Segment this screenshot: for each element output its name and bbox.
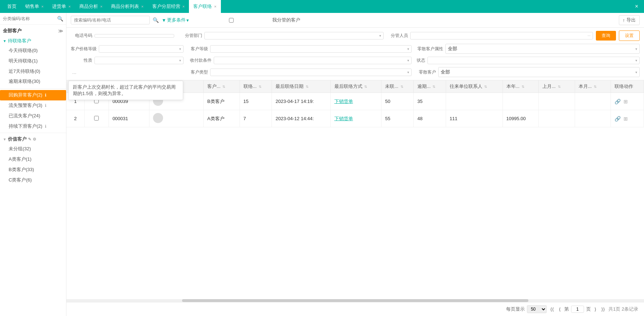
sort-this-month-icon[interactable]: ⇅ xyxy=(594,85,597,89)
horizontal-scrollbar[interactable] xyxy=(66,299,644,302)
row2-name xyxy=(149,110,204,127)
col-contact-header[interactable]: 联络... ⇅ xyxy=(240,80,272,93)
search-input[interactable] xyxy=(71,16,150,24)
sidebar-lost-predict[interactable]: 流失预警客户(3) ℹ xyxy=(0,100,66,111)
col-way-header[interactable]: 最后联络方式 ⇅ xyxy=(330,80,381,93)
nav-sales[interactable]: 销售单 × xyxy=(21,0,48,13)
row1-grid-icon[interactable]: ⊞ xyxy=(624,99,628,104)
col-date-header[interactable]: 最后联络日期 ⇅ xyxy=(272,80,330,93)
nav-customer-contact[interactable]: 客户联络 × xyxy=(189,0,221,13)
filter-search-icon[interactable]: 🔍 xyxy=(153,17,159,23)
value-group-settings-icon[interactable]: ⚙ xyxy=(33,137,36,142)
sidebar-overdue-pending[interactable]: 逾期未联络(30) xyxy=(0,76,66,87)
col-year-header[interactable]: 本年... ⇅ xyxy=(502,80,539,93)
page-next-btn[interactable]: ⟩ xyxy=(593,306,598,312)
sort-type-icon[interactable]: ⇅ xyxy=(222,85,225,89)
sidebar-unclassified[interactable]: 未分组(32) xyxy=(0,144,66,154)
payment-select[interactable]: ▾ xyxy=(214,57,412,64)
value-group-edit-icon[interactable]: ✎ xyxy=(28,137,31,142)
filter-more-btn[interactable]: ▼ 更多条件 ▾ xyxy=(162,17,189,23)
export-icon: ↑ xyxy=(623,18,625,23)
scrollbar-thumb[interactable] xyxy=(182,299,529,302)
col-this-month-header[interactable]: 本月... ⇅ xyxy=(575,80,611,93)
sidebar-collapse-icon[interactable]: ≫ xyxy=(58,28,63,34)
nav-purchase[interactable]: 进货单 × xyxy=(48,0,75,13)
sort-year-icon[interactable]: ⇅ xyxy=(522,85,524,89)
sort-way-icon[interactable]: ⇅ xyxy=(364,85,367,89)
price-level-chevron-icon: ▾ xyxy=(179,47,181,51)
row2-checkbox[interactable] xyxy=(94,116,99,121)
close-purchase-tab[interactable]: × xyxy=(68,4,70,9)
table-area: ⚙ 客户编码 ⇅ 客户名称 ⇅ 客户... ⇅ xyxy=(66,80,644,299)
row1-way[interactable]: 下销货单 xyxy=(330,93,381,110)
sidebar-already-lost[interactable]: 已流失客户(24) xyxy=(0,111,66,121)
close-goods-analysis-tab[interactable]: × xyxy=(100,4,102,9)
row2-overdue: 48 xyxy=(413,110,446,127)
sidebar-b-class[interactable]: B类客户(33) xyxy=(0,165,66,175)
sidebar-today-pending[interactable]: 今天待联络(0) xyxy=(0,46,66,56)
row2-way[interactable]: 下销货单 xyxy=(330,110,381,127)
per-page-select[interactable]: 50 100 200 xyxy=(527,305,547,313)
price-level-select[interactable]: ▾ xyxy=(99,45,184,53)
page-prev-btn[interactable]: ⟨ xyxy=(557,306,562,312)
sidebar-keep-down[interactable]: 持续下滑客户(2) ℹ xyxy=(0,121,66,132)
query-button[interactable]: 查询 xyxy=(596,31,616,41)
sidebar-a-class[interactable]: A类客户(1) xyxy=(0,154,66,165)
col-last-month-header[interactable]: 上月... ⇅ xyxy=(539,80,575,93)
sort-unit-icon[interactable]: ⇅ xyxy=(484,85,487,89)
row1-way-link[interactable]: 下销货单 xyxy=(334,99,353,104)
export-button[interactable]: ↑ 导出 xyxy=(619,15,640,25)
manager-select[interactable]: ··· xyxy=(410,32,593,39)
nav-goods-analysis[interactable]: 商品分析 × xyxy=(75,0,107,13)
gender-select[interactable]: ▾ xyxy=(94,57,184,64)
customer-level-chevron-icon: ▾ xyxy=(407,47,409,51)
close-goods-analysis-list-tab[interactable]: × xyxy=(141,4,143,9)
sidebar-search-input[interactable] xyxy=(3,16,57,21)
retail-customer-select[interactable]: 全部 ▾ xyxy=(438,67,640,77)
my-customers-filter[interactable]: 我分管的客户 xyxy=(192,17,300,23)
customer-type-select[interactable]: ▾ xyxy=(210,69,412,76)
nav-home[interactable]: 首页 xyxy=(3,0,21,13)
sort-contact-icon[interactable]: ⇅ xyxy=(259,85,261,89)
col-overdue-header[interactable]: 逾期... ⇅ xyxy=(413,80,446,93)
close-customer-contact-tab[interactable]: × xyxy=(214,4,216,9)
page-number-input[interactable] xyxy=(571,306,584,313)
status-select[interactable]: ▾ xyxy=(427,57,640,64)
sidebar-tomorrow-pending[interactable]: 明天待联络(1) xyxy=(0,56,66,66)
main-layout: 🔍 全部客户 ≫ ▼ 待联络客户 今天待联络(0) 明天待联络(1) 近7天待联… xyxy=(0,13,644,316)
sidebar-search-icon[interactable]: 🔍 xyxy=(57,16,63,22)
col-type-header[interactable]: 客户... ⇅ xyxy=(203,80,240,93)
row2-link-icon[interactable]: 🔗 xyxy=(615,116,621,122)
retail-attr-select[interactable]: 全部 ▾ xyxy=(445,44,640,54)
row1-link-icon[interactable]: 🔗 xyxy=(615,99,621,104)
sidebar-all-customers-header: 全部客户 ≫ xyxy=(0,25,66,36)
col-unit-contact-header[interactable]: 往来单位联系人 ⇅ xyxy=(446,80,502,93)
row2-grid-icon[interactable]: ⊞ xyxy=(624,116,628,122)
close-sales-tab[interactable]: × xyxy=(41,4,43,9)
sidebar-c-class[interactable]: C类客户(6) xyxy=(0,175,66,185)
dept-select[interactable]: ▾ xyxy=(204,32,384,39)
adv-dots[interactable]: ... xyxy=(71,69,78,75)
window-close-button[interactable]: × xyxy=(632,3,641,10)
my-customers-checkbox[interactable] xyxy=(192,18,271,23)
close-customer-tier-tab[interactable]: × xyxy=(182,4,185,9)
sidebar-pending-group[interactable]: ▼ 待联络客户 xyxy=(0,36,66,46)
sidebar-value-group[interactable]: ▼ 价值客户 ✎ ⚙ xyxy=(0,135,66,144)
page-last-btn[interactable]: ⟩⟩ xyxy=(600,306,606,312)
sort-last-month-icon[interactable]: ⇅ xyxy=(558,85,561,89)
sidebar-repurchase-abnormal[interactable]: 回购异常客户(2) ℹ xyxy=(0,90,66,100)
nav-goods-analysis-list[interactable]: 商品分析列表 × xyxy=(107,0,148,13)
sidebar-7days-pending[interactable]: 近7天待联络(0) xyxy=(0,66,66,77)
retail-attr-label: 零散客户属性 xyxy=(414,46,443,52)
row2-way-link[interactable]: 下销货单 xyxy=(334,116,353,121)
customer-level-select[interactable]: ▾ xyxy=(210,45,412,53)
sort-overdue-icon[interactable]: ⇅ xyxy=(432,85,435,89)
col-uncontact-header[interactable]: 未联... ⇅ xyxy=(381,80,414,93)
nav-customer-tier[interactable]: 客户分层经营 × xyxy=(148,0,189,13)
sort-uncontact-icon[interactable]: ⇅ xyxy=(400,85,403,89)
page-first-btn[interactable]: ⟨⟨ xyxy=(549,306,555,312)
page-label: 第 xyxy=(564,306,569,312)
settings-button[interactable]: 设置 xyxy=(619,30,640,41)
sort-date-icon[interactable]: ⇅ xyxy=(306,85,309,89)
phone-input[interactable] xyxy=(94,34,174,38)
